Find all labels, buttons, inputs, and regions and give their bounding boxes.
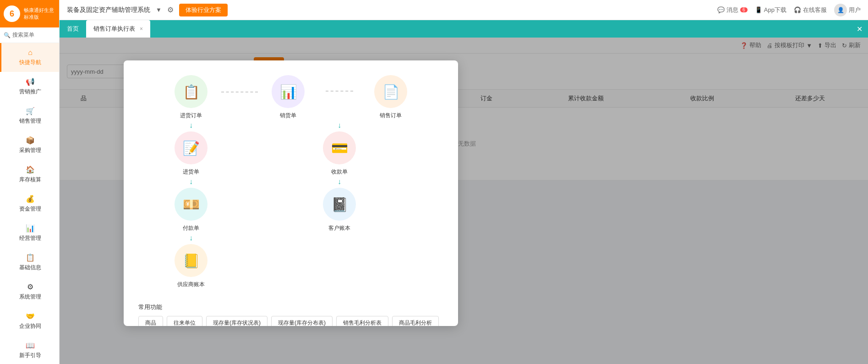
node-sales-bill[interactable]: 📊 销货单 xyxy=(272,75,305,120)
node-sales-order[interactable]: 📄 销售订单 xyxy=(374,75,407,120)
modal-inner: 📋 进货订单 ↓ 📝 进货单 xyxy=(124,60,458,326)
sales-order-icon: 📄 xyxy=(382,84,399,100)
sidebar-item-purchase[interactable]: 📦 采购管理 xyxy=(0,130,59,160)
sidebar-item-marketing[interactable]: 📢 营销推广 xyxy=(0,72,59,101)
purchase-order-label: 进货订单 xyxy=(180,112,202,120)
sidebar-item-finance[interactable]: 💰 资金管理 xyxy=(0,189,59,218)
sidebar-item-inventory[interactable]: 🏠 库存核算 xyxy=(0,160,59,189)
sidebar-item-enterprise[interactable]: 🤝 企业协同 xyxy=(0,306,59,336)
arrow-down-5: ↓ xyxy=(338,178,341,186)
tab-sales-order-exec[interactable]: 销售订单执行表 × xyxy=(86,20,150,38)
quick-btn-stock-status[interactable]: 现存量(库存状况表) xyxy=(206,316,267,326)
logo-text: 畅康通好生意 标准版 xyxy=(24,7,54,21)
topbar-dropdown[interactable]: ▼ xyxy=(156,6,162,13)
sidebar-item-quick-nav[interactable]: ⌂ 快捷导航 xyxy=(0,43,59,72)
chevron-down-icon: ▼ xyxy=(156,6,162,13)
sidebar-item-base-info[interactable]: 📋 基础信息 xyxy=(0,248,59,277)
sales-order-circle: 📄 xyxy=(374,75,407,108)
sidebar-item-operation[interactable]: 📊 经营管理 xyxy=(0,218,59,248)
quick-btn-product-profit[interactable]: 商品毛利分析 xyxy=(392,316,439,326)
node-supplier-ledger[interactable]: 📒 供应商账本 xyxy=(175,244,207,288)
arrow-down-2: ↓ xyxy=(189,178,193,186)
topbar-right: 💬 消息 6 📱 App下载 🎧 在线客服 👤 用户 xyxy=(717,4,861,16)
modal-overlay[interactable]: 📋 进货订单 ↓ 📝 进货单 xyxy=(60,38,868,364)
payment-bill-label: 付款单 xyxy=(183,224,199,232)
purchase-order-circle: 📋 xyxy=(175,75,207,108)
quick-nav-modal: 📋 进货订单 ↓ 📝 进货单 xyxy=(124,60,458,326)
supplier-ledger-label: 供应商账本 xyxy=(177,281,205,288)
sales-icon: 🛒 xyxy=(26,107,35,115)
topbar-left: 装备及固定资产辅助管理系统 ▼ ⚙ 体验行业方案 xyxy=(67,4,228,16)
sidebar-nav: ⌂ 快捷导航 📢 营销推广 🛒 销售管理 📦 采购管理 🏠 库存核算 💰 xyxy=(0,43,59,364)
logo-icon: 6 xyxy=(4,5,20,22)
purchase-bill-label: 进货单 xyxy=(183,168,199,176)
sidebar-item-system[interactable]: ⚙ 系统管理 xyxy=(0,277,59,306)
message-icon: 💬 xyxy=(717,6,725,13)
customer-ledger-icon: 📓 xyxy=(331,196,348,212)
sidebar-search[interactable]: 🔍 搜索菜单 xyxy=(0,27,59,43)
quick-btn-stock-dist[interactable]: 现存量(库存分布表) xyxy=(271,316,333,326)
inventory-icon: 🏠 xyxy=(26,165,35,174)
finance-icon: 💰 xyxy=(26,195,35,203)
node-receipt-bill[interactable]: 💳 收款单 xyxy=(323,131,356,176)
search-icon: 🔍 xyxy=(4,32,11,38)
quick-btns: 商品 往来单位 现存量(库存状况表) 现存量(库存分布表) 销售毛利分析表 商品… xyxy=(138,316,443,326)
system-icon: ⚙ xyxy=(27,283,33,291)
enterprise-icon: 🤝 xyxy=(26,312,35,321)
receipt-bill-label: 收款单 xyxy=(331,168,348,176)
sales-order-label: 销售订单 xyxy=(380,112,402,120)
online-service-btn[interactable]: 🎧 在线客服 xyxy=(794,6,827,14)
newbie-icon: 📖 xyxy=(26,341,35,350)
tabbar-close-btn[interactable]: ✕ xyxy=(857,25,863,33)
purchase-icon: 📦 xyxy=(26,136,35,145)
sidebar-item-sales[interactable]: 🛒 销售管理 xyxy=(0,101,59,130)
system-title: 装备及固定资产辅助管理系统 xyxy=(67,6,150,14)
quick-btn-sales-profit[interactable]: 销售毛利分析表 xyxy=(336,316,388,326)
supplier-ledger-circle: 📒 xyxy=(175,244,207,277)
purchase-bill-circle: 📝 xyxy=(175,131,207,164)
sales-bill-label: 销货单 xyxy=(280,112,296,120)
gear-icon[interactable]: ⚙ xyxy=(167,5,174,14)
try-industry-btn[interactable]: 体验行业方案 xyxy=(179,4,228,16)
tabbar: 首页 销售订单执行表 × ✕ xyxy=(60,20,868,38)
sales-bill-circle: 📊 xyxy=(272,75,305,108)
quick-btn-partner[interactable]: 往来单位 xyxy=(167,316,202,326)
message-btn[interactable]: 💬 消息 6 xyxy=(717,6,748,14)
sidebar-logo: 6 畅康通好生意 标准版 xyxy=(0,0,59,27)
headset-icon: 🎧 xyxy=(794,6,801,13)
tab-close-icon[interactable]: × xyxy=(140,26,143,32)
phone-icon: 📱 xyxy=(755,6,762,13)
receipt-bill-icon: 💳 xyxy=(331,140,348,156)
sales-bill-icon: 📊 xyxy=(280,84,297,100)
customer-ledger-label: 客户账本 xyxy=(328,224,350,232)
message-badge: 6 xyxy=(740,7,748,12)
node-purchase-bill[interactable]: 📝 进货单 xyxy=(175,131,207,176)
node-payment-bill[interactable]: 💴 付款单 xyxy=(175,188,207,232)
operation-icon: 📊 xyxy=(26,224,35,233)
base-info-icon: 📋 xyxy=(26,253,35,262)
sidebar-item-newbie[interactable]: 📖 新手引导 xyxy=(0,336,59,364)
node-purchase-order[interactable]: 📋 进货订单 xyxy=(175,75,207,120)
user-avatar: 👤 xyxy=(834,4,847,16)
main-area: 装备及固定资产辅助管理系统 ▼ ⚙ 体验行业方案 💬 消息 6 📱 App下载 xyxy=(60,0,868,364)
quick-title: 常用功能 xyxy=(138,303,443,311)
app-download-btn[interactable]: 📱 App下载 xyxy=(755,6,786,14)
content-area: ❓ 帮助 🖨 按模板打印 ▼ ⬆ 导出 ↻ 刷新 xyxy=(60,38,868,364)
quick-btn-product[interactable]: 商品 xyxy=(138,316,163,326)
supplier-ledger-icon: 📒 xyxy=(183,253,200,269)
node-customer-ledger[interactable]: 📓 客户账本 xyxy=(323,188,356,232)
arrow-down-4: ↓ xyxy=(338,121,341,130)
user-avatar-btn[interactable]: 👤 用户 xyxy=(834,4,861,16)
receipt-bill-circle: 💳 xyxy=(323,131,356,164)
quick-section: 常用功能 商品 往来单位 现存量(库存状况表) 现存量(库存分布表) 销售毛利分… xyxy=(138,303,443,326)
marketing-icon: 📢 xyxy=(26,77,35,86)
payment-bill-circle: 💴 xyxy=(175,188,207,221)
flow-diagram: 📋 进货订单 ↓ 📝 进货单 xyxy=(138,75,443,288)
home-icon: ⌂ xyxy=(28,49,33,57)
tab-home[interactable]: 首页 xyxy=(60,20,86,38)
topbar: 装备及固定资产辅助管理系统 ▼ ⚙ 体验行业方案 💬 消息 6 📱 App下载 xyxy=(60,0,868,20)
purchase-order-icon: 📋 xyxy=(183,84,200,100)
arrow-down-3: ↓ xyxy=(189,234,193,242)
sidebar: 6 畅康通好生意 标准版 🔍 搜索菜单 ⌂ 快捷导航 📢 营销推广 🛒 销售管理 xyxy=(0,0,60,364)
purchase-bill-icon: 📝 xyxy=(183,140,200,156)
